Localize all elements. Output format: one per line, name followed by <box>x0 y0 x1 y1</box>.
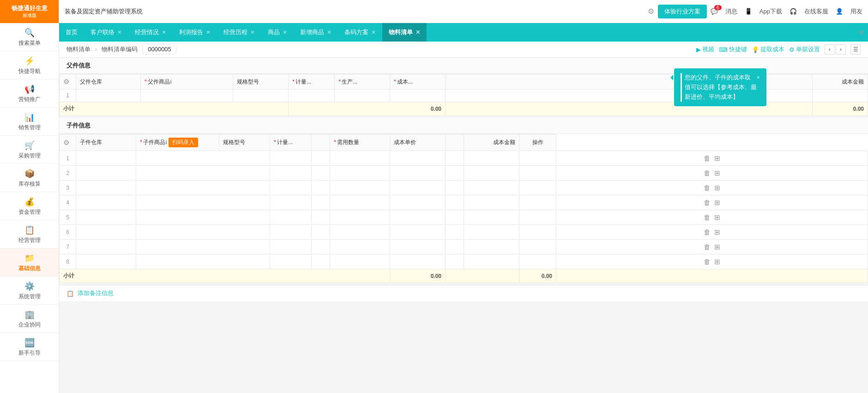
copy-btn[interactable]: ⊞ <box>713 213 721 222</box>
delete-btn[interactable]: 🗑 <box>703 213 711 221</box>
next-btn[interactable]: › <box>836 44 846 54</box>
child-unit-price-cell[interactable] <box>446 166 464 181</box>
child-warehouse-cell[interactable] <box>76 210 136 225</box>
child-unit-cell[interactable] <box>312 210 330 225</box>
child-product-cell[interactable] <box>136 166 270 181</box>
tab-close-icon[interactable]: ✕ <box>283 29 287 36</box>
child-unit-cell[interactable] <box>312 166 330 181</box>
child-warehouse-cell[interactable] <box>76 181 136 195</box>
extract-cost-action[interactable]: 💡 提取成本 <box>752 45 784 54</box>
child-product-cell[interactable] <box>136 225 270 240</box>
child-unit-cell[interactable] <box>312 181 330 195</box>
copy-btn[interactable]: ⊞ <box>713 184 721 192</box>
parent-unit-cell[interactable] <box>289 90 335 102</box>
child-unit-price-cell[interactable] <box>446 195 464 210</box>
tab-close-icon[interactable]: ✕ <box>206 29 211 36</box>
child-product-cell[interactable] <box>136 210 270 225</box>
child-qty-cell[interactable] <box>390 225 446 240</box>
child-product-cell[interactable] <box>136 254 270 269</box>
sidebar-item-system[interactable]: ⚙️ 系统管理 <box>0 277 59 305</box>
child-spec-cell[interactable] <box>270 195 312 210</box>
tab-close-icon[interactable]: ✕ <box>371 29 376 36</box>
copy-btn[interactable]: ⊞ <box>713 154 721 163</box>
child-qty-cell[interactable] <box>390 254 446 269</box>
tab-close-icon[interactable]: ✕ <box>250 29 255 36</box>
child-qty-cell[interactable] <box>390 195 446 210</box>
child-product-cell[interactable] <box>136 195 270 210</box>
child-unit-price-cell[interactable] <box>446 151 464 166</box>
sidebar-item-search[interactable]: 🔍 搜索菜单 <box>0 23 59 51</box>
parent-production-cell[interactable] <box>335 90 390 102</box>
child-col-gear-icon[interactable]: ⚙ <box>63 139 69 146</box>
message-label[interactable]: 消息 <box>725 7 737 16</box>
nav-tab-经营情况[interactable]: 经营情况✕ <box>128 23 173 42</box>
sidebar-item-purchase[interactable]: 🛒 采购管理 <box>0 136 59 164</box>
nav-tab-首页[interactable]: 首页 <box>59 23 84 42</box>
copy-btn[interactable]: ⊞ <box>713 199 721 207</box>
global-close-icon[interactable]: ✕ <box>855 28 868 37</box>
child-warehouse-cell[interactable] <box>76 166 136 181</box>
copy-btn[interactable]: ⊞ <box>713 243 721 251</box>
tab-close-icon[interactable]: ✕ <box>162 29 166 36</box>
child-qty-cell[interactable] <box>390 181 446 195</box>
tab-close-icon[interactable]: ✕ <box>117 29 122 36</box>
sidebar-item-guide[interactable]: 🆕 新手引导 <box>0 333 59 361</box>
parent-product-cell[interactable] <box>141 90 233 102</box>
nav-tab-条码方案[interactable]: 条码方案✕ <box>338 23 382 42</box>
child-qty-cell[interactable] <box>390 166 446 181</box>
child-warehouse-cell[interactable] <box>76 240 136 254</box>
online-service-label[interactable]: 在线客服 <box>804 7 828 16</box>
experience-btn[interactable]: 体验行业方案 <box>658 5 707 18</box>
child-spec-cell[interactable] <box>270 210 312 225</box>
parent-spec-cell[interactable] <box>233 90 289 102</box>
shortcut-action[interactable]: ⌨ 快捷键 <box>719 45 747 54</box>
sidebar-item-basic[interactable]: 📁 基础信息 <box>0 248 59 277</box>
sidebar-item-finance[interactable]: 💰 资金管理 <box>0 192 59 220</box>
nav-tab-利润报告[interactable]: 利润报告✕ <box>173 23 217 42</box>
tab-close-icon[interactable]: ✕ <box>327 29 332 36</box>
child-qty-cell[interactable] <box>390 151 446 166</box>
child-spec-cell[interactable] <box>270 151 312 166</box>
message-wrap[interactable]: 💬 6 <box>711 8 718 15</box>
tooltip-close-btn[interactable]: × <box>756 73 760 83</box>
col-gear-icon[interactable]: ⚙ <box>63 78 69 85</box>
copy-btn[interactable]: ⊞ <box>713 228 721 236</box>
child-unit-price-cell[interactable] <box>446 240 464 254</box>
view-action[interactable]: ▶ 视频 <box>696 45 714 54</box>
sidebar-item-corp[interactable]: 🏢 企业协同 <box>0 305 59 333</box>
gear-icon[interactable]: ⚙ <box>648 7 654 16</box>
parent-warehouse-cell[interactable] <box>76 90 141 102</box>
sidebar-item-quick[interactable]: ⚡ 快捷导航 <box>0 51 59 79</box>
child-unit-cell[interactable] <box>312 254 330 269</box>
child-product-cell[interactable] <box>136 151 270 166</box>
copy-btn[interactable]: ⊞ <box>713 169 721 177</box>
sidebar-item-marketing[interactable]: 📢 营销推广 <box>0 79 59 108</box>
child-product-cell[interactable] <box>136 240 270 254</box>
delete-btn[interactable]: 🗑 <box>703 243 711 251</box>
app-download-label[interactable]: App下载 <box>760 7 782 16</box>
child-product-cell[interactable] <box>136 181 270 195</box>
sidebar-item-operations[interactable]: 📋 经营管理 <box>0 220 59 248</box>
child-unit-price-cell[interactable] <box>446 181 464 195</box>
child-warehouse-cell[interactable] <box>76 254 136 269</box>
tab-close-icon[interactable]: ✕ <box>416 29 420 36</box>
sidebar-item-sales[interactable]: 📊 销售管理 <box>0 108 59 136</box>
child-spec-cell[interactable] <box>270 166 312 181</box>
single-settings-action[interactable]: ⚙ 单据设置 <box>789 45 820 54</box>
delete-btn[interactable]: 🗑 <box>703 154 711 162</box>
nav-tab-客户联络[interactable]: 客户联络✕ <box>84 23 128 42</box>
child-unit-cell[interactable] <box>312 195 330 210</box>
delete-btn[interactable]: 🗑 <box>703 228 711 236</box>
parent-cost-cell[interactable] <box>390 90 446 102</box>
child-unit-price-cell[interactable] <box>446 254 464 269</box>
child-spec-cell[interactable] <box>270 225 312 240</box>
delete-btn[interactable]: 🗑 <box>703 199 711 206</box>
delete-btn[interactable]: 🗑 <box>703 184 711 192</box>
child-spec-cell[interactable] <box>270 181 312 195</box>
child-spec-cell[interactable] <box>270 254 312 269</box>
sidebar-item-inventory[interactable]: 📦 库存核算 <box>0 164 59 192</box>
child-unit-price-cell[interactable] <box>446 225 464 240</box>
prev-btn[interactable]: ‹ <box>825 44 835 54</box>
bottom-bar[interactable]: 📋 添加备注信息 <box>59 285 868 301</box>
child-qty-cell[interactable] <box>390 240 446 254</box>
